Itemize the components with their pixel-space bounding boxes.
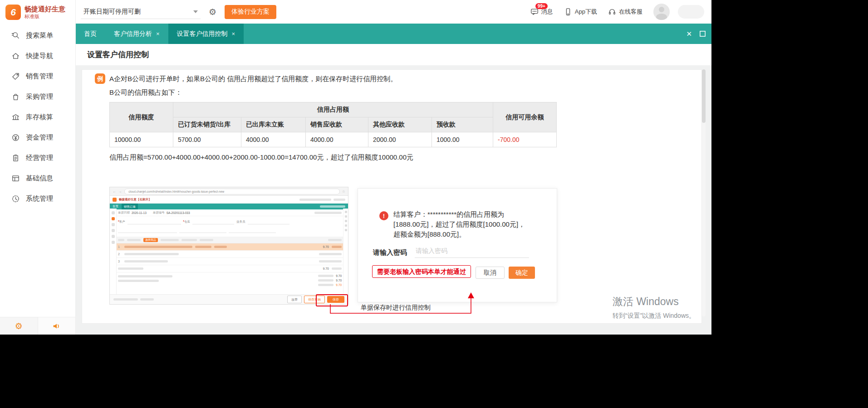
close-tab-icon[interactable]: ×: [156, 30, 160, 37]
close-all-tabs-icon[interactable]: ✕: [686, 30, 692, 38]
mini-grid-header: 选择商品: [110, 237, 348, 243]
page: 设置客户信用控制 例 A企对B公司进行开单时，如果B公司的 信用占用额超过了信用…: [75, 44, 711, 335]
mini-brand-text: 畅捷通好生意【石家庄】: [119, 198, 152, 202]
placeholder-bar: [118, 239, 124, 241]
settings-button[interactable]: ⚙: [0, 317, 38, 335]
sidebar-item-inventory[interactable]: 库存核算: [0, 107, 75, 127]
fullscreen-icon[interactable]: [699, 30, 706, 37]
tab-credit-control[interactable]: 设置客户信用控制 ×: [168, 24, 244, 44]
placeholder-dot: [345, 229, 347, 231]
placeholder-bar: [332, 267, 342, 270]
sidebar-item-funds[interactable]: 资金管理: [0, 127, 75, 148]
subcol-advance-received: 预收款: [432, 117, 493, 132]
example-line-2: B公司的信用额占如下：: [109, 88, 182, 97]
dialog-message-line1: 结算客户：***********的信用占用额为: [393, 209, 548, 219]
placeholder-dot: [345, 215, 347, 218]
tab-home[interactable]: 首页: [75, 24, 105, 44]
mini-field-bar: [192, 219, 234, 224]
subcol-sales-receivable: 销售应收款: [306, 117, 368, 132]
account-period-select[interactable]: 开账日期可停用可删: [81, 5, 201, 19]
mini-grid-row: 2: [110, 251, 348, 258]
col-credit-limit: 信用额度: [110, 102, 173, 132]
password-input[interactable]: [415, 244, 529, 258]
star-icon: ☆: [342, 189, 345, 194]
col-credit-balance: 信用可用余额: [493, 102, 557, 132]
mini-toolbar: 单据日期 2020-11-13 单据编号 SA-20201113-033: [110, 209, 348, 216]
placeholder-bar: [118, 267, 143, 270]
placeholder-bar: [318, 279, 333, 282]
mini-form: *客户 *仓库 业务员: [110, 216, 348, 237]
industry-plan-button[interactable]: 体验行业方案: [225, 5, 276, 19]
mini-tab-home: 首页: [113, 204, 118, 209]
mini-right-iconstrip: [343, 209, 348, 294]
mini-row-amount: 9.70: [323, 245, 329, 248]
illustration-caption: 单据保存时进行信用控制: [361, 304, 431, 312]
close-tab-icon[interactable]: ×: [232, 30, 235, 37]
mini-field-bar: [128, 219, 181, 224]
search-icon: [11, 31, 20, 40]
avatar[interactable]: [653, 4, 670, 20]
announcement-button[interactable]: [38, 317, 76, 335]
placeholder-bar: [127, 239, 141, 241]
tab-label: 首页: [84, 30, 97, 38]
messages-button[interactable]: 99+ 消息: [530, 8, 553, 16]
placeholder-bar: [333, 199, 345, 201]
tag-icon: [11, 72, 20, 81]
mini-field-bar: [118, 228, 177, 233]
placeholder-bar: [124, 246, 192, 248]
scrollbar-thumb[interactable]: [702, 69, 706, 123]
sidebar-item-label: 经营管理: [26, 154, 53, 162]
confirm-button[interactable]: 确定: [509, 267, 535, 279]
mini-field-label: 业务员: [236, 220, 245, 224]
placeholder-bar: [140, 298, 154, 301]
sidebar-item-sales[interactable]: 销售管理: [0, 66, 75, 87]
screen: 6 畅捷通好生意 标准版 搜索菜单 快捷导航 销售管理: [0, 0, 868, 408]
placeholder-dot: [345, 220, 347, 222]
save-highlight-box: [316, 294, 348, 306]
mini-total-amount-due: 9.70: [336, 283, 342, 287]
placeholder-bar: [161, 239, 179, 241]
mini-doc-date-label: 单据日期: [118, 211, 130, 215]
placeholder-bar: [214, 246, 227, 248]
mini-brand-icon: [113, 198, 117, 202]
mini-url: cloud.chanjet.com/trd/retail/index.html#…: [124, 189, 340, 194]
online-support-button[interactable]: 在线客服: [608, 8, 642, 16]
app-download-button[interactable]: App下载: [564, 8, 597, 16]
cell-balance: -700.00: [493, 132, 557, 147]
sidebar-item-quick-nav[interactable]: 快捷导航: [0, 46, 75, 66]
sidebar-item-label: 资金管理: [26, 133, 53, 142]
cancel-button[interactable]: 取消: [476, 267, 505, 279]
mini-field-bar: [229, 228, 276, 233]
tab-credit-analysis[interactable]: 客户信用分析 ×: [105, 24, 168, 44]
mini-doc-date: 2020-11-13: [132, 211, 147, 214]
sidebar-item-system[interactable]: 系统管理: [0, 189, 75, 209]
dialog-message-line3: 超额金额为[888.00元]。: [393, 229, 548, 239]
mini-field-bar: [248, 219, 289, 224]
brand-edition: 标准版: [25, 13, 65, 20]
watermark-line1: 激活 Windows: [613, 295, 695, 309]
subcol-shipped-not-invoiced: 已出库未立账: [241, 117, 306, 132]
placeholder-bar: [332, 246, 342, 248]
money-icon: [11, 133, 20, 142]
mini-nav-arrows: ← →: [113, 189, 122, 194]
app-logo[interactable]: 6 畅捷通好生意 标准版: [0, 0, 75, 24]
sidebar-item-base-info[interactable]: 基础信息: [0, 168, 75, 189]
placeholder-bar: [195, 246, 211, 248]
sidebar-item-operations[interactable]: 经营管理: [0, 148, 75, 168]
tabbar: 首页 客户信用分析 × 设置客户信用控制 × ✕: [75, 24, 711, 44]
topbar-settings-icon[interactable]: ⚙: [209, 7, 216, 17]
placeholder-bar: [124, 260, 168, 262]
sidebar-item-label: 基础信息: [26, 174, 53, 183]
sidebar-item-purchase[interactable]: 采购管理: [0, 87, 75, 107]
example-line-1: A企对B公司进行开单时，如果B公司的 信用占用额超过了信用额度，则在保存时进行信…: [109, 75, 397, 83]
mini-totals: 9.70 9.70 9.70: [110, 272, 348, 291]
placeholder-bar: [181, 239, 197, 241]
placeholder-dot: [112, 235, 115, 238]
mini-total-amount: 9.70: [336, 279, 342, 282]
speaker-icon: [52, 322, 61, 330]
placeholder-dot: [345, 224, 347, 227]
placeholder-bar: [299, 199, 331, 201]
sidebar-item-search-menu[interactable]: 搜索菜单: [0, 25, 75, 46]
sidebar-menu: 搜索菜单 快捷导航 销售管理 采购管理 库存核算: [0, 25, 75, 209]
brand-icon: 6: [5, 5, 21, 20]
